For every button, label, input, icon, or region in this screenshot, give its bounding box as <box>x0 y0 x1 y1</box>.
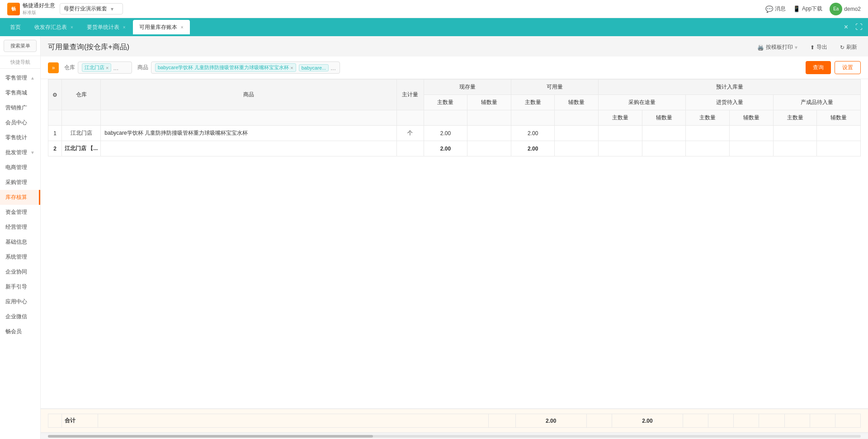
arrow-icon: ▲ <box>30 76 35 80</box>
refresh-icon: ↻ <box>840 44 844 51</box>
sidebar-item-member-center[interactable]: 会员中心 <box>0 115 40 130</box>
row-available-main: 2.00 <box>511 141 555 156</box>
print-button[interactable]: 🖨️ 按模板打印 ▾ <box>754 42 801 53</box>
row-available-aux <box>555 126 599 141</box>
tab-receive-close[interactable]: × <box>71 25 73 30</box>
warehouse-tag-remove[interactable]: × <box>106 65 108 71</box>
sidebar-item-wholesale-mgmt[interactable]: 批发管理 ▼ <box>0 145 40 160</box>
purchased-main-header: 主数量 <box>599 110 642 126</box>
tab-available-inventory-label: 可用量库存账本 <box>139 24 177 31</box>
incoming-pending-header: 进货待入量 <box>686 95 773 110</box>
top-bar-left: 畅 畅捷通好生意 标准版 母婴行业演示账套 ▾ <box>7 2 123 16</box>
sidebar-item-zero-retail-mall[interactable]: 零售商城 <box>0 85 40 100</box>
close-all-tabs-button[interactable]: × <box>842 22 850 32</box>
refresh-button[interactable]: ↻ 刷新 <box>836 42 861 53</box>
print-icon: 🖨️ <box>757 44 764 51</box>
sidebar-item-system[interactable]: 系统管理 <box>0 250 40 264</box>
incoming-main-header: 主数量 <box>686 110 730 126</box>
sidebar-item-inventory[interactable]: 库存核算 <box>0 190 40 205</box>
empty-2 <box>62 110 101 126</box>
industry-select[interactable]: 母婴行业演示账套 ▾ <box>60 3 123 14</box>
user-menu[interactable]: Ea demo2 <box>830 3 861 15</box>
sidebar-item-zero-retail-mgmt[interactable]: 零售管理 ▲ <box>0 71 40 85</box>
warehouse-filter-group: 仓库 江北门店 × ... <box>64 61 132 74</box>
row-incoming-aux <box>730 141 774 156</box>
empty-8 <box>555 110 599 126</box>
sidebar-item-retail-stats[interactable]: 零售统计 <box>0 130 40 145</box>
empty-6 <box>467 110 511 126</box>
warehouse-filter-label: 仓库 <box>64 64 75 71</box>
current-main-qty-header: 主数量 <box>424 95 467 110</box>
current-stock-col-header: 现存量 <box>424 80 511 95</box>
row-incoming-main <box>686 126 730 141</box>
scroll-thumb[interactable] <box>48 435 373 438</box>
sidebar-item-finance[interactable]: 资金管理 <box>0 205 40 220</box>
query-button[interactable]: 查询 <box>806 61 831 74</box>
tab-receive[interactable]: 收发存汇总表 × <box>28 20 80 34</box>
row-available-aux <box>555 141 599 156</box>
app-subtitle: 标准版 <box>23 9 55 16</box>
settings-button[interactable]: 设置 <box>835 61 861 74</box>
tab-receive-label: 收发存汇总表 <box>34 24 67 31</box>
tab-order-stats[interactable]: 要货单统计表 × <box>80 20 132 34</box>
empty-1 <box>48 110 62 126</box>
row-current-aux <box>467 126 511 141</box>
sidebar-item-ecommerce[interactable]: 电商管理 <box>0 160 40 175</box>
row-purchased-main <box>599 126 642 141</box>
export-button[interactable]: ⬆ 导出 <box>807 42 831 53</box>
tab-order-stats-label: 要货单统计表 <box>87 24 119 31</box>
empty-3 <box>101 110 396 126</box>
search-menu-button[interactable]: 搜索菜单 <box>4 40 37 52</box>
table-area: ⚙ 仓库 商品 主计量 现存量 可用量 预计入库量 主数量 辅数量 主数量 辅数… <box>41 79 868 408</box>
nav-tabs-actions: × ⛶ <box>842 22 864 32</box>
product-filter-more[interactable]: ... <box>330 64 336 71</box>
page-title: 可用量查询(按仓库+商品) <box>48 42 129 52</box>
page-header: 可用量查询(按仓库+商品) 🖨️ 按模板打印 ▾ ⬆ 导出 ↻ 刷新 <box>41 36 868 57</box>
sidebar-item-vip-member[interactable]: 畅会员 <box>0 324 40 339</box>
sidebar-item-basic-info[interactable]: 基础信息 <box>0 235 40 250</box>
warehouse-filter-input[interactable]: 江北门店 × ... <box>78 61 132 74</box>
table-settings-icon[interactable]: ⚙ <box>52 92 57 98</box>
sidebar-item-marketing[interactable]: 营销推广 <box>0 100 40 115</box>
product-filter-group: 商品 babycare学饮杯 儿童防摔防撞吸管杯重力球吸嘴杯宝宝水杯 × bab… <box>137 61 340 74</box>
row-finished-main <box>773 126 817 141</box>
sidebar-quick-nav: 快捷导航 <box>0 56 40 69</box>
total-available-main: 2.00 <box>612 414 683 428</box>
logo-area: 畅 畅捷通好生意 标准版 <box>7 2 55 16</box>
warehouse-filter-more[interactable]: ... <box>113 64 118 71</box>
tab-available-inventory-close[interactable]: × <box>181 25 184 30</box>
sidebar-item-enterprise-collab[interactable]: 企业协同 <box>0 264 40 279</box>
current-aux-qty-header: 辅数量 <box>467 95 511 110</box>
row-warehouse: 江北门店 <box>62 126 101 141</box>
fullscreen-button[interactable]: ⛶ <box>854 22 864 32</box>
sidebar-item-app-center[interactable]: 应用中心 <box>0 294 40 309</box>
export-icon: ⬆ <box>810 44 815 51</box>
sidebar: 搜索菜单 快捷导航 零售管理 ▲ 零售商城 营销推广 会员中心 零售统计 批发管… <box>0 36 41 439</box>
row-product <box>101 141 396 156</box>
row-incoming-aux <box>730 126 774 141</box>
expected-inbound-col-header: 预计入库量 <box>599 80 861 95</box>
app-download-button[interactable]: 📱 App下载 <box>793 5 822 13</box>
row-main-unit <box>396 141 424 156</box>
tab-available-inventory[interactable]: 可用量库存账本 × <box>133 20 190 34</box>
sidebar-item-operations[interactable]: 经营管理 <box>0 220 40 235</box>
row-purchased-aux <box>642 141 686 156</box>
settings-col-header: ⚙ <box>48 80 62 110</box>
arrow-icon: ▼ <box>30 150 35 155</box>
scroll-bar-area <box>41 433 868 439</box>
tab-home[interactable]: 首页 <box>4 20 27 34</box>
sidebar-item-enterprise-wechat[interactable]: 企业微信 <box>0 309 40 324</box>
sidebar-item-purchase[interactable]: 采购管理 <box>0 175 40 190</box>
filter-expand-button[interactable]: » <box>48 62 59 73</box>
table-row: 1 江北门店 babycare学饮杯 儿童防摔防撞吸管杯重力球吸嘴杯宝宝水杯 个… <box>48 126 861 141</box>
product-filter-input[interactable]: babycare学饮杯 儿童防摔防撞吸管杯重力球吸嘴杯宝宝水杯 × babyca… <box>151 61 340 74</box>
product-tag1-remove[interactable]: × <box>290 65 293 71</box>
sidebar-item-new-guide[interactable]: 新手引导 <box>0 279 40 294</box>
total-table: 合计 2.00 2.00 <box>48 414 861 428</box>
purchased-aux-header: 辅数量 <box>642 110 686 126</box>
logo-icon: 畅 <box>7 3 20 15</box>
row-finished-aux <box>817 126 861 141</box>
msg-button[interactable]: 💬 消息 <box>765 5 786 13</box>
tab-order-stats-close[interactable]: × <box>123 25 126 30</box>
message-icon: 💬 <box>765 5 773 13</box>
